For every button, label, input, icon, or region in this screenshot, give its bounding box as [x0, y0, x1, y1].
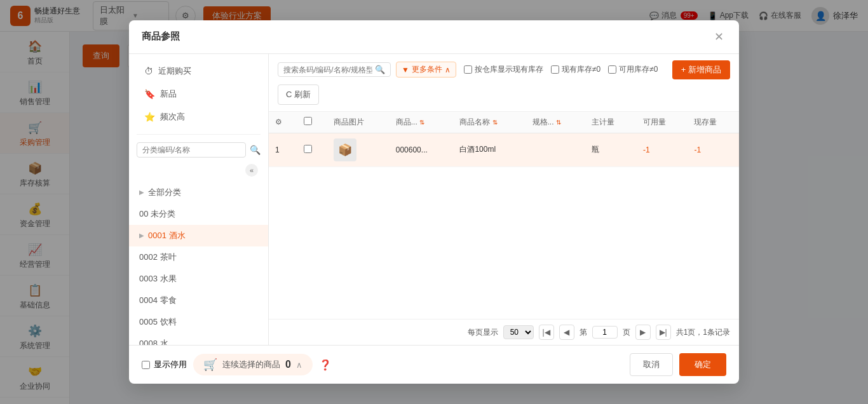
- modal-header: 商品参照 ✕: [129, 20, 739, 54]
- col-spec-label: 规格...: [532, 118, 554, 126]
- nonzero-stock-checkbox[interactable]: [551, 65, 559, 74]
- col-name[interactable]: 商品名称 ⇅: [453, 112, 526, 133]
- add-product-button[interactable]: + 新增商品: [672, 60, 730, 79]
- cat-label-uncategorized: 00 未分类: [139, 208, 175, 220]
- tab-recent-label: 近期购买: [158, 65, 191, 77]
- product-search-input[interactable]: [283, 65, 372, 74]
- cell-image: 📦: [327, 133, 390, 166]
- first-page-button[interactable]: |◀: [539, 325, 554, 340]
- modal-title: 商品参照: [142, 30, 711, 43]
- col-image: 商品图片: [327, 112, 390, 133]
- cart-collapse-icon[interactable]: ∧: [296, 360, 302, 370]
- page-number-input[interactable]: [592, 326, 618, 339]
- category-search-row: 🔍: [129, 138, 268, 161]
- cart-summary: 🛒 连续选择的商品 0 ∧: [193, 354, 313, 375]
- product-table-area: ⚙ 商品图片 商品... ⇅ 商品名称 ⇅: [269, 112, 739, 319]
- last-page-button[interactable]: ▶|: [656, 325, 671, 340]
- check-warehouse-stock[interactable]: 按仓库显示现有库存: [464, 64, 543, 75]
- cat-label-fruit: 0003 水果: [139, 273, 177, 285]
- modal-overlay: 商品参照 ✕ ⏱ 近期购买 🔖 新品 ⭐ 频次高: [0, 0, 868, 404]
- cat-item-beverage[interactable]: 0005 饮料: [129, 311, 268, 333]
- cat-item-snack[interactable]: 0004 零食: [129, 290, 268, 311]
- tab-frequent[interactable]: ⭐ 频次高: [137, 106, 261, 128]
- cat-item-water[interactable]: 0008 水: [129, 333, 268, 345]
- cart-icon: 🛒: [203, 358, 217, 372]
- select-all-checkbox[interactable]: [304, 117, 312, 125]
- cat-item-uncategorized[interactable]: 00 未分类: [129, 203, 268, 225]
- filter-label: 更多条件: [412, 64, 442, 75]
- divider: [137, 134, 261, 135]
- col-code[interactable]: 商品... ⇅: [390, 112, 454, 133]
- check-warehouse-label: 按仓库显示现有库存: [475, 64, 543, 75]
- cancel-button[interactable]: 取消: [630, 353, 673, 376]
- cat-item-all[interactable]: ▶ 全部分类: [129, 182, 268, 203]
- cell-spec: [526, 133, 586, 166]
- panel-collapse-button[interactable]: «: [245, 164, 258, 177]
- col-stock: 现存量: [688, 112, 739, 133]
- confirm-button[interactable]: 确定: [679, 353, 726, 376]
- total-pages: 共1页，1条记录: [676, 327, 730, 338]
- per-page-select[interactable]: 50: [503, 325, 534, 339]
- col-spec[interactable]: 规格... ⇅: [526, 112, 586, 133]
- tab-new-label: 新品: [160, 88, 177, 100]
- cell-code: 000600...: [390, 133, 454, 166]
- row-checkbox[interactable]: [304, 145, 312, 153]
- product-img-icon: 📦: [338, 143, 352, 157]
- col-settings[interactable]: ⚙: [269, 112, 297, 133]
- show-disabled-checkbox-label[interactable]: 显示停用: [142, 359, 187, 370]
- cat-item-tea[interactable]: 0002 茶叶: [129, 246, 268, 268]
- cart-count: 0: [285, 359, 291, 370]
- pagination: 每页显示 50 |◀ ◀ 第 页 ▶ ▶| 共1页，1条记录: [269, 319, 739, 345]
- footer-actions: 取消 确定: [630, 353, 726, 376]
- cell-available: -1: [637, 133, 688, 166]
- category-search-input[interactable]: [137, 142, 246, 158]
- available-stock-checkbox[interactable]: [608, 65, 616, 74]
- search-icon: 🔍: [375, 65, 385, 74]
- category-list: ▶ 全部分类 00 未分类 ▶ 0001 酒水 0002 茶叶 0003 水果: [129, 179, 268, 345]
- page-prefix: 第: [580, 327, 587, 338]
- filter-icon: ▼: [402, 65, 409, 74]
- help-icon[interactable]: ❓: [319, 359, 332, 371]
- product-table: ⚙ 商品图片 商品... ⇅ 商品名称 ⇅: [269, 112, 739, 167]
- col-available: 可用量: [637, 112, 688, 133]
- right-panel: 🔍 ▼ 更多条件 ∧ 按仓库显示现有库存 现: [269, 54, 739, 345]
- filter-checkboxes: 按仓库显示现有库存 现有库存≠0 可用库存≠0: [464, 64, 658, 75]
- show-disabled-checkbox[interactable]: [142, 361, 150, 369]
- prev-page-button[interactable]: ◀: [559, 325, 574, 340]
- category-search-button[interactable]: 🔍: [250, 145, 261, 155]
- table-row[interactable]: 1 📦 000600... 白酒100ml 瓶: [269, 133, 739, 166]
- toolbar: 🔍 ▼ 更多条件 ∧ 按仓库显示现有库存 现: [269, 54, 739, 112]
- cat-item-liquor[interactable]: ▶ 0001 酒水: [129, 225, 268, 246]
- check-nonzero-label: 现有库存≠0: [562, 64, 600, 75]
- cat-label-water: 0008 水: [139, 338, 168, 345]
- check-available-stock[interactable]: 可用库存≠0: [608, 64, 658, 75]
- new-icon: 🔖: [144, 89, 155, 99]
- cat-label-all: 全部分类: [148, 187, 181, 198]
- col-unit: 主计量: [585, 112, 637, 133]
- cell-checkbox[interactable]: [297, 133, 327, 166]
- cat-label-snack: 0004 零食: [139, 295, 177, 306]
- tab-recent-purchase[interactable]: ⏱ 近期购买: [137, 60, 261, 82]
- col-name-label: 商品名称: [459, 118, 490, 126]
- tab-frequent-label: 频次高: [160, 111, 185, 123]
- more-filters-button[interactable]: ▼ 更多条件 ∧: [396, 62, 456, 77]
- cat-label-liquor: 0001 酒水: [148, 230, 186, 241]
- cat-label-beverage: 0005 饮料: [139, 316, 177, 328]
- tab-new-products[interactable]: 🔖 新品: [137, 83, 261, 105]
- cell-unit: 瓶: [585, 133, 637, 166]
- quick-tabs: ⏱ 近期购买 🔖 新品 ⭐ 频次高: [129, 54, 268, 130]
- arrow-icon: ▶: [139, 189, 144, 196]
- clock-icon: ⏱: [144, 66, 153, 76]
- next-page-button[interactable]: ▶: [635, 325, 651, 340]
- warehouse-stock-checkbox[interactable]: [464, 65, 472, 74]
- product-search-box: 🔍: [278, 62, 391, 77]
- check-nonzero-stock[interactable]: 现有库存≠0: [551, 64, 600, 75]
- close-icon[interactable]: ✕: [711, 29, 726, 44]
- cat-item-fruit[interactable]: 0003 水果: [129, 268, 268, 290]
- cat-label-tea: 0002 茶叶: [139, 252, 177, 263]
- refresh-product-button[interactable]: C 刷新: [278, 84, 319, 105]
- per-page-label: 每页显示: [468, 327, 498, 338]
- col-code-label: 商品...: [396, 118, 417, 126]
- star-icon: ⭐: [144, 112, 155, 122]
- col-checkbox[interactable]: [297, 112, 327, 133]
